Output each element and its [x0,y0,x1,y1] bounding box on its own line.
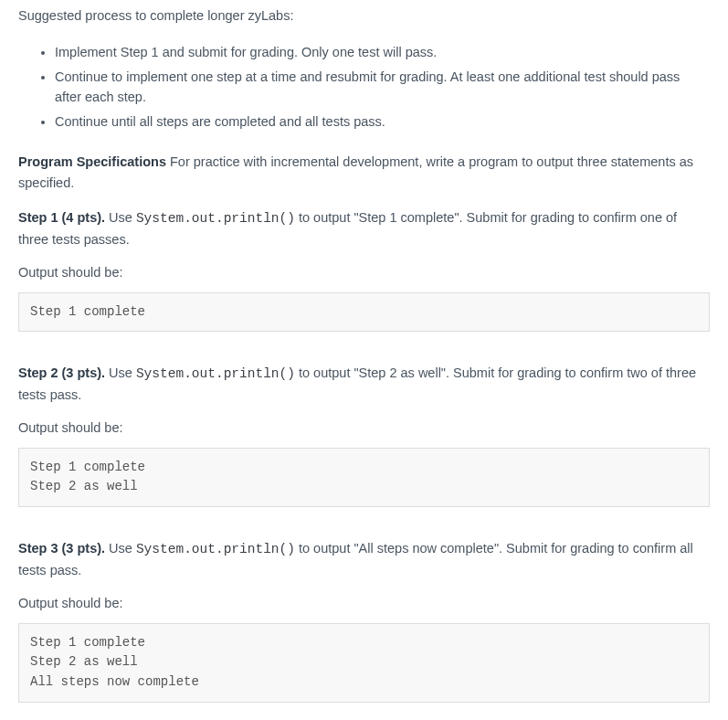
output-label: Output should be: [18,418,710,438]
list-item: Continue to implement one step at a time… [55,67,710,108]
code-output-block: Step 1 complete Step 2 as well [18,448,710,507]
step-3-instruction: Step 3 (3 pts). Use System.out.println()… [18,538,710,580]
code-output-block: Step 1 complete [18,292,710,333]
step-1-instruction: Step 1 (4 pts). Use System.out.println()… [18,207,710,249]
list-item: Implement Step 1 and submit for grading.… [55,42,710,62]
code-inline: System.out.println() [136,542,295,556]
output-label: Output should be: [18,593,710,613]
program-specifications: Program Specifications For practice with… [18,152,710,193]
step-pretext: Use [105,210,136,225]
process-list: Implement Step 1 and submit for grading.… [55,42,710,132]
intro-text: Suggested process to complete longer zyL… [18,5,710,26]
code-inline: System.out.println() [136,366,295,381]
step-pretext: Use [105,365,136,380]
step-2-instruction: Step 2 (3 pts). Use System.out.println()… [18,363,710,405]
output-label: Output should be: [18,262,710,282]
specs-label: Program Specifications [18,154,166,169]
step-label: Step 2 (3 pts). [18,365,105,380]
list-item: Continue until all steps are completed a… [55,111,710,132]
code-inline: System.out.println() [136,211,295,226]
step-label: Step 1 (4 pts). [18,210,105,225]
step-label: Step 3 (3 pts). [18,541,105,556]
step-pretext: Use [105,541,136,556]
code-output-block: Step 1 complete Step 2 as well All steps… [18,623,710,703]
